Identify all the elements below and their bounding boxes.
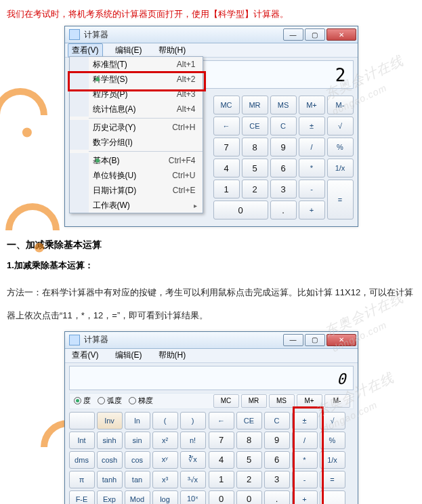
key-C[interactable]: C: [264, 412, 290, 429]
key-tan[interactable]: tan: [125, 471, 150, 488]
radio-radians[interactable]: 弧度: [98, 396, 122, 406]
key-Exp[interactable]: Exp: [97, 490, 123, 504]
mem-M-[interactable]: M-: [324, 394, 350, 408]
mem-M+[interactable]: M+: [297, 394, 322, 408]
dropdown-item[interactable]: 统计信息(A)Alt+4: [70, 102, 203, 117]
key-F-E[interactable]: F-E: [69, 490, 95, 504]
dropdown-item[interactable]: 工作表(W)▸: [70, 198, 203, 213]
key-1/x[interactable]: 1/x: [320, 451, 345, 469]
key-Int[interactable]: Int: [69, 432, 95, 449]
key-2[interactable]: 2: [242, 180, 268, 198]
dropdown-item[interactable]: 数字分组(I): [70, 135, 203, 150]
key-6[interactable]: 6: [270, 159, 297, 177]
key-ln[interactable]: ln: [125, 412, 150, 429]
key-MR[interactable]: MR: [242, 96, 268, 114]
key-M-[interactable]: M-: [327, 96, 354, 114]
menu-view[interactable]: 查看(V): [68, 348, 103, 362]
key-%[interactable]: %: [327, 138, 354, 156]
key-←[interactable]: ←: [213, 117, 240, 135]
key-3[interactable]: 3: [264, 471, 290, 488]
key-4[interactable]: 4: [209, 451, 234, 469]
maximize-button[interactable]: ▢: [305, 334, 325, 346]
menu-help[interactable]: 帮助(H): [154, 348, 190, 362]
key-1[interactable]: 1: [209, 471, 234, 488]
key-Inv[interactable]: Inv: [97, 412, 123, 429]
menu-help[interactable]: 帮助(H): [154, 43, 190, 58]
mem-MS[interactable]: MS: [269, 394, 295, 408]
key-cosh[interactable]: cosh: [97, 451, 123, 469]
key-=[interactable]: =: [320, 471, 345, 488]
key-%[interactable]: %: [320, 432, 345, 449]
key-8[interactable]: 8: [242, 138, 268, 156]
key-2[interactable]: 2: [236, 471, 262, 488]
dropdown-item[interactable]: 程序员(P)Alt+3: [70, 87, 203, 102]
dropdown-item[interactable]: 标准型(T)Alt+1: [70, 57, 203, 72]
key-x²[interactable]: x²: [152, 432, 178, 449]
dropdown-item[interactable]: 科学型(S)Alt+2: [70, 72, 203, 87]
key-9[interactable]: 9: [264, 432, 290, 449]
maximize-button[interactable]: ▢: [305, 28, 325, 41]
key-4[interactable]: 4: [213, 159, 240, 177]
key-/[interactable]: /: [299, 138, 325, 156]
key-MC[interactable]: MC: [213, 96, 240, 114]
dropdown-item[interactable]: 基本(B)Ctrl+F4: [70, 153, 203, 168]
key-π[interactable]: π: [69, 471, 95, 488]
key-0[interactable]: 0: [236, 490, 262, 504]
key-1/x[interactable]: 1/x: [327, 159, 354, 177]
close-button[interactable]: ✕: [326, 28, 356, 41]
key-√[interactable]: √: [327, 117, 354, 135]
key-∛x[interactable]: ∛x: [180, 451, 206, 469]
key-³√x[interactable]: ³√x: [180, 471, 206, 488]
minimize-button[interactable]: —: [283, 334, 303, 346]
key-sinh[interactable]: sinh: [97, 432, 123, 449]
key-+[interactable]: +: [299, 201, 325, 219]
key-3[interactable]: 3: [270, 180, 297, 198]
key-6[interactable]: 6: [264, 451, 290, 469]
key-([interactable]: (: [152, 412, 178, 429]
key-10ˣ[interactable]: 10ˣ: [180, 490, 206, 504]
key-←[interactable]: ←: [209, 412, 234, 429]
key-sin[interactable]: sin: [125, 432, 150, 449]
key-)[interactable]: ): [180, 412, 206, 429]
key--[interactable]: -: [299, 180, 325, 198]
dropdown-item[interactable]: 日期计算(D)Ctrl+E: [70, 183, 203, 198]
key-xʸ[interactable]: xʸ: [152, 451, 178, 469]
menu-view[interactable]: 查看(V): [68, 43, 103, 58]
close-button[interactable]: ✕: [326, 334, 356, 346]
key-8[interactable]: 8: [236, 432, 262, 449]
key-5[interactable]: 5: [242, 159, 268, 177]
key-n![interactable]: n!: [180, 432, 206, 449]
key-±[interactable]: ±: [292, 412, 318, 429]
key-7[interactable]: 7: [213, 138, 240, 156]
mem-MC[interactable]: MC: [213, 394, 239, 408]
dropdown-item[interactable]: 单位转换(U)Ctrl+U: [70, 168, 203, 183]
key-CE[interactable]: CE: [236, 412, 262, 429]
key-1[interactable]: 1: [213, 180, 240, 198]
minimize-button[interactable]: —: [283, 28, 303, 41]
radio-degrees[interactable]: 度: [74, 396, 91, 406]
dropdown-item[interactable]: 历史记录(Y)Ctrl+H: [70, 120, 203, 135]
key-=[interactable]: =: [320, 490, 345, 504]
key-7[interactable]: 7: [209, 432, 234, 449]
key-Mod[interactable]: Mod: [125, 490, 150, 504]
radio-grads[interactable]: 梯度: [129, 396, 153, 406]
key-dms[interactable]: dms: [69, 451, 95, 469]
menu-edit[interactable]: 编辑(E): [111, 348, 146, 362]
key-CE[interactable]: CE: [242, 117, 268, 135]
key-.[interactable]: .: [270, 201, 297, 219]
key-tanh[interactable]: tanh: [97, 471, 123, 488]
key-=[interactable]: =: [327, 180, 354, 219]
key-C[interactable]: C: [270, 117, 297, 135]
key--[interactable]: -: [292, 471, 318, 488]
key-±[interactable]: ±: [299, 117, 325, 135]
menu-edit[interactable]: 编辑(E): [111, 43, 146, 58]
key-√[interactable]: √: [320, 412, 345, 429]
key-9[interactable]: 9: [270, 138, 297, 156]
key-blank[interactable]: [69, 412, 95, 429]
key-log[interactable]: log: [152, 490, 178, 504]
key-0[interactable]: 0: [209, 490, 234, 504]
key-M+[interactable]: M+: [299, 96, 325, 114]
key-5[interactable]: 5: [236, 451, 262, 469]
key-MS[interactable]: MS: [270, 96, 297, 114]
key-0[interactable]: 0: [213, 201, 268, 219]
